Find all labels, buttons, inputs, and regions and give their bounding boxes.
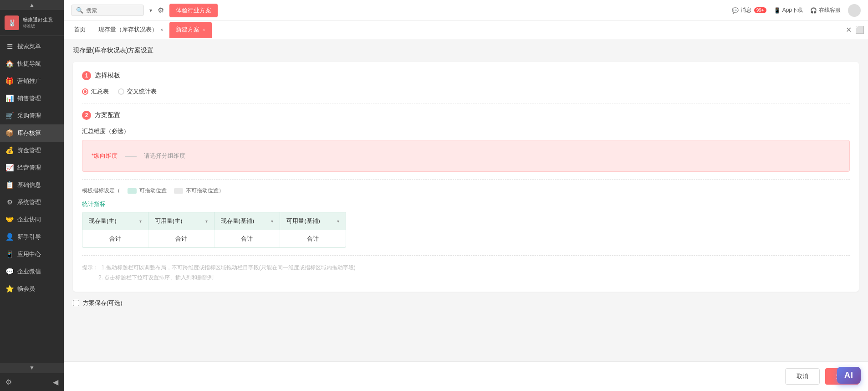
chevron-col2: ▾ [205,219,208,224]
tip2: 2. 点击标题栏下拉可设置排序、插入列和删除列 [82,273,850,283]
tab-home[interactable]: 首页 [67,22,92,38]
step1-badge: 1 [82,71,91,80]
header-cell-col3[interactable]: 现存量(基辅)▾ [214,212,281,230]
service-icon: 🎧 [810,7,817,14]
search-box[interactable]: 🔍 [71,5,144,16]
enterprise-icon: 🤝 [5,216,14,224]
sidebar-item-label-member: 畅会员 [17,285,35,293]
data-cell-col2: 合计 [148,230,214,247]
sidebar-item-inventory[interactable]: 📦 库存核算 [0,124,64,142]
step2-title: 方案配置 [95,111,120,119]
topbar-dropdown[interactable]: ▾ [149,7,152,14]
app-icon: 📱 [774,7,781,14]
sidebar-item-label-guide: 新手引导 [17,233,41,241]
sidebar-scroll-down[interactable]: ▼ [0,363,64,373]
sidebar-item-purchase[interactable]: 🛒 采购管理 [0,107,64,124]
maximize-icon[interactable]: ⬜ [855,26,864,34]
guide-icon: 👤 [5,233,14,241]
step2-header: 2 方案配置 [82,111,850,120]
sidebar-item-quick-nav[interactable]: 🏠 快捷导航 [0,55,64,72]
message-icon: 💬 [732,7,739,14]
header-label-col3: 现存量(基辅) [221,217,255,225]
user-avatar[interactable] [848,4,861,17]
online-service-button[interactable]: 🎧 在线客服 [810,6,841,14]
step2-badge: 2 [82,111,91,120]
radio-cross-circle [118,88,124,95]
indicator-settings: 模板指标设定（ 可拖动位置 不可拖动位置） 统计指标 现存量(主)▾可用量(主)… [82,187,850,248]
tab-home-label: 首页 [74,26,86,34]
sidebar-item-label-sales: 销售管理 [17,94,41,103]
sidebar-item-app-center[interactable]: 📱 应用中心 [0,246,64,263]
save-label: 方案保存(可选) [83,299,123,307]
app-download-button[interactable]: 📱 App下载 [774,6,803,14]
table-row: 合计合计合计合计 [82,230,346,247]
sidebar-item-label-inventory: 库存核算 [17,129,41,137]
sidebar-scroll-up[interactable]: ▲ [0,0,64,10]
search-icon: 🔍 [76,7,83,14]
dimension-line: —— [125,153,137,159]
wechat-icon: 💬 [5,268,14,276]
trial-button[interactable]: 体验行业方案 [169,4,218,17]
tab-inventory-status[interactable]: 现存量（库存状况表） × [92,22,169,38]
messages-button[interactable]: 💬 消息 99+ [732,6,766,14]
sidebar-item-wechat[interactable]: 💬 企业微信 [0,263,64,280]
sidebar-item-label-wechat: 企业微信 [17,268,41,276]
logo-name: 畅康通好生意 [23,16,53,23]
collapse-icon[interactable]: ◀ [53,378,58,386]
sidebar-item-label-finance: 资金管理 [17,146,41,154]
header-label-col4: 可用量(基辅) [286,217,320,225]
indicator-divider [82,179,850,180]
sidebar-item-sales[interactable]: 📊 销售管理 [0,90,64,107]
draggable-box [128,188,137,194]
sidebar-item-system[interactable]: ⚙ 系统管理 [0,194,64,211]
sidebar-item-enterprise[interactable]: 🤝 企业协同 [0,211,64,228]
dimension-placeholder: 请选择分组维度 [144,152,185,160]
app-center-icon: 📱 [5,250,14,258]
basic-info-icon: 📋 [5,181,14,189]
template-options: 汇总表 交叉统计表 [82,87,850,96]
sidebar-item-operations[interactable]: 📈 经营管理 [0,159,64,176]
ai-badge[interactable]: Ai [837,367,861,384]
sidebar-item-label-app-center: 应用中心 [17,250,41,258]
sidebar-item-finance[interactable]: 💰 资金管理 [0,142,64,159]
tab-inventory-close[interactable]: × [160,27,163,32]
step1-header: 1 选择模板 [82,71,850,80]
step1-title: 选择模板 [95,72,120,80]
data-cell-col1: 合计 [82,230,148,247]
gear-icon[interactable]: ⚙ [158,6,164,15]
tab-new-plan-label: 新建方案 [176,26,199,34]
header-cell-col2[interactable]: 可用量(主)▾ [148,212,214,230]
sidebar-item-search-menu[interactable]: ☰ 搜索菜单 [0,38,64,55]
radio-summary-label: 汇总表 [91,87,109,96]
quick-nav-icon: 🏠 [5,60,14,68]
tips-section: 提示： 1.拖动标题栏可以调整布局，不可跨维度或指标区域拖动栏目字段(只能在同一… [82,263,850,283]
search-input[interactable] [86,7,132,14]
finance-icon: 💰 [5,146,14,154]
close-panel-icon[interactable]: ✕ [846,26,852,34]
radio-summary[interactable]: 汇总表 [82,87,109,96]
tips-divider [82,255,850,256]
topbar: 🔍 ▾ ⚙ 体验行业方案 💬 消息 99+ 📱 App下载 🎧 在线客服 [64,0,868,21]
sidebar-item-member[interactable]: ⭐ 畅会员 [0,280,64,298]
table-header: 现存量(主)▾可用量(主)▾现存量(基辅)▾可用量(基辅)▾ [82,212,346,230]
save-checkbox[interactable] [73,300,79,306]
cancel-button[interactable]: 取消 [785,368,820,385]
page-content: 现存量(库存状况表)方案设置 1 选择模板 汇总表 交叉统计表 2 [64,39,868,361]
dimension-label: 汇总维度（必选） [82,127,850,135]
sidebar-item-marketing[interactable]: 🎁 营销推广 [0,72,64,90]
bottom-bar: 取消 查询 [64,361,868,391]
settings-icon[interactable]: ⚙ [5,378,12,386]
sidebar-item-guide[interactable]: 👤 新手引导 [0,228,64,246]
header-cell-col4[interactable]: 可用量(基辅)▾ [280,212,346,230]
tab-new-plan-close[interactable]: × [202,27,205,32]
sidebar-item-basic-info[interactable]: 📋 基础信息 [0,176,64,194]
save-section: 方案保存(可选) [73,299,859,307]
logo-text-block: 畅康通好生意 标准版 [23,16,53,29]
header-cell-col1[interactable]: 现存量(主)▾ [82,212,148,230]
sidebar-nav: ☰ 搜索菜单 🏠 快捷导航 🎁 营销推广 📊 销售管理 🛒 采购管理 📦 库存核… [0,36,64,363]
tab-new-plan[interactable]: 新建方案 × [169,22,211,38]
marketing-icon: 🎁 [5,77,14,85]
radio-cross[interactable]: 交叉统计表 [118,87,157,96]
tip-prefix: 提示： 1.拖动标题栏可以调整布局，不可跨维度或指标区域拖动栏目字段(只能在同一… [82,263,850,273]
indicator-legend: 模板指标设定（ 可拖动位置 不可拖动位置） [82,187,850,195]
